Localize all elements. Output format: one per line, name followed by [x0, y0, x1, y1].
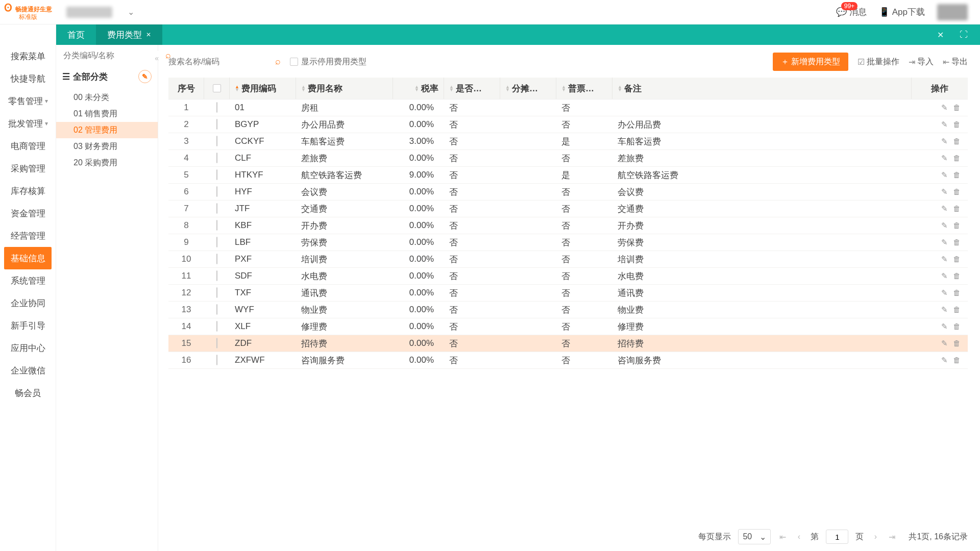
edit-row-button[interactable]: ✎	[941, 103, 948, 112]
last-page-button[interactable]: ⇥	[887, 532, 896, 542]
delete-row-button[interactable]: 🗑	[953, 154, 961, 162]
edit-row-button[interactable]: ✎	[941, 120, 948, 129]
table-row[interactable]: 16ZXFWF咨询服务费0.00%否否咨询服务费✎🗑	[168, 352, 968, 369]
table-row[interactable]: 12TXF通讯费0.00%否否通讯费✎🗑	[168, 285, 968, 302]
table-row[interactable]: 7JTF交通费0.00%否否交通费✎🗑	[168, 201, 968, 217]
delete-row-button[interactable]: 🗑	[953, 271, 961, 280]
sidebar-item[interactable]: 畅会员	[0, 382, 56, 404]
row-checkbox[interactable]	[216, 186, 217, 197]
category-item[interactable]: 00 未分类	[56, 89, 158, 106]
category-item[interactable]: 02 管理费用	[56, 122, 158, 138]
table-row[interactable]: 9LBF劳保费0.00%否否劳保费✎🗑	[168, 234, 968, 251]
sidebar-item[interactable]: 经营管理	[0, 224, 56, 247]
search-icon[interactable]: ⌕	[275, 56, 281, 67]
delete-row-button[interactable]: 🗑	[953, 255, 961, 263]
delete-row-button[interactable]: 🗑	[953, 204, 961, 213]
table-row[interactable]: 13WYF物业费0.00%否否物业费✎🗑	[168, 302, 968, 318]
col-seq[interactable]: 序号	[168, 78, 204, 99]
delete-row-button[interactable]: 🗑	[953, 305, 961, 314]
row-checkbox[interactable]	[216, 136, 217, 146]
delete-row-button[interactable]: 🗑	[953, 103, 961, 112]
first-page-button[interactable]: ⇤	[778, 532, 787, 542]
category-item[interactable]: 20 采购费用	[56, 155, 158, 171]
org-select[interactable]: ⌄	[56, 0, 174, 24]
row-checkbox[interactable]	[216, 237, 217, 247]
table-search-input[interactable]	[168, 57, 275, 66]
sidebar-item[interactable]: 新手引导	[0, 314, 56, 337]
col-note[interactable]: ▲▼备注	[612, 78, 912, 99]
table-row[interactable]: 11SDF水电费0.00%否否水电费✎🗑	[168, 268, 968, 285]
edit-category-button[interactable]: ✎	[138, 70, 152, 83]
sidebar-item[interactable]: 批发管理▾	[0, 112, 56, 135]
edit-row-button[interactable]: ✎	[941, 137, 948, 145]
delete-row-button[interactable]: 🗑	[953, 170, 961, 179]
sidebar-item[interactable]: 库存核算	[0, 180, 56, 202]
edit-row-button[interactable]: ✎	[941, 356, 948, 364]
table-row[interactable]: 5HTKYF航空铁路客运费9.00%否是航空铁路客运费✎🗑	[168, 167, 968, 184]
collapse-panel-button[interactable]: «	[155, 54, 159, 62]
sidebar-item[interactable]: 基础信息	[4, 247, 52, 269]
add-fee-type-button[interactable]: ＋ 新增费用类型	[773, 53, 848, 71]
edit-row-button[interactable]: ✎	[941, 271, 948, 280]
row-checkbox[interactable]	[216, 304, 217, 315]
delete-row-button[interactable]: 🗑	[953, 120, 961, 129]
app-download-button[interactable]: 📱 App下载	[879, 6, 925, 18]
edit-row-button[interactable]: ✎	[941, 154, 948, 162]
export-button[interactable]: ⇤ 导出	[943, 57, 968, 67]
sidebar-item[interactable]: 电商管理	[0, 135, 56, 157]
messages-button[interactable]: 💬 99+ 消息	[836, 6, 867, 18]
tab-close-all-button[interactable]: ✕	[933, 28, 947, 42]
edit-row-button[interactable]: ✎	[941, 322, 948, 331]
user-avatar[interactable]	[937, 4, 968, 20]
col-checkbox[interactable]	[204, 78, 230, 99]
batch-action-button[interactable]: ☑ 批量操作	[857, 57, 899, 67]
row-checkbox[interactable]	[216, 102, 217, 113]
edit-row-button[interactable]: ✎	[941, 204, 948, 213]
sidebar-item[interactable]: 零售管理▾	[0, 90, 56, 112]
col-isa[interactable]: ▲▼是否…	[444, 78, 500, 99]
row-checkbox[interactable]	[216, 169, 217, 180]
row-checkbox[interactable]	[216, 119, 217, 130]
search-icon[interactable]: ⌕	[165, 50, 171, 61]
edit-row-button[interactable]: ✎	[941, 339, 948, 347]
table-row[interactable]: 2BGYP办公用品费0.00%否否办公用品费✎🗑	[168, 116, 968, 133]
edit-row-button[interactable]: ✎	[941, 288, 948, 297]
sidebar-item[interactable]: 系统管理	[0, 269, 56, 292]
col-share[interactable]: ▲▼分摊…	[500, 78, 556, 99]
col-code[interactable]: ▲▼费用编码	[230, 78, 296, 99]
delete-row-button[interactable]: 🗑	[953, 221, 961, 230]
delete-row-button[interactable]: 🗑	[953, 187, 961, 196]
next-page-button[interactable]: ›	[871, 532, 880, 541]
table-row[interactable]: 6HYF会议费0.00%否否会议费✎🗑	[168, 184, 968, 201]
row-checkbox[interactable]	[216, 355, 217, 365]
row-checkbox[interactable]	[216, 203, 217, 214]
table-row[interactable]: 8KBF开办费0.00%否否开办费✎🗑	[168, 217, 968, 234]
delete-row-button[interactable]: 🗑	[953, 288, 961, 297]
table-row[interactable]: 101房租0.00%否否✎🗑	[168, 99, 968, 116]
delete-row-button[interactable]: 🗑	[953, 339, 961, 347]
row-checkbox[interactable]	[216, 321, 217, 332]
prev-page-button[interactable]: ‹	[794, 532, 803, 541]
close-icon[interactable]: ✕	[146, 31, 151, 38]
category-item[interactable]: 01 销售费用	[56, 106, 158, 122]
delete-row-button[interactable]: 🗑	[953, 322, 961, 331]
edit-row-button[interactable]: ✎	[941, 255, 948, 263]
col-rate[interactable]: ▲▼税率	[393, 78, 444, 99]
checkbox-icon[interactable]	[213, 84, 221, 92]
row-checkbox[interactable]	[216, 287, 217, 298]
sidebar-item[interactable]: 资金管理	[0, 202, 56, 224]
import-button[interactable]: ⇥ 导入	[909, 57, 934, 67]
edit-row-button[interactable]: ✎	[941, 221, 948, 230]
row-checkbox[interactable]	[216, 338, 217, 348]
table-row[interactable]: 15ZDF招待费0.00%否否招待费✎🗑	[168, 335, 968, 352]
col-pp[interactable]: ▲▼普票…	[556, 78, 612, 99]
sidebar-item[interactable]: 快捷导航	[0, 67, 56, 90]
per-page-select[interactable]: 50 ⌄	[738, 529, 771, 544]
row-checkbox[interactable]	[216, 254, 217, 264]
table-row[interactable]: 10PXF培训费0.00%否否培训费✎🗑	[168, 251, 968, 268]
fullscreen-button[interactable]: ⛶	[957, 28, 971, 42]
edit-row-button[interactable]: ✎	[941, 238, 948, 246]
tab-fee-type[interactable]: 费用类型 ✕	[96, 24, 162, 45]
edit-row-button[interactable]: ✎	[941, 170, 948, 179]
sidebar-item[interactable]: 采购管理	[0, 157, 56, 180]
